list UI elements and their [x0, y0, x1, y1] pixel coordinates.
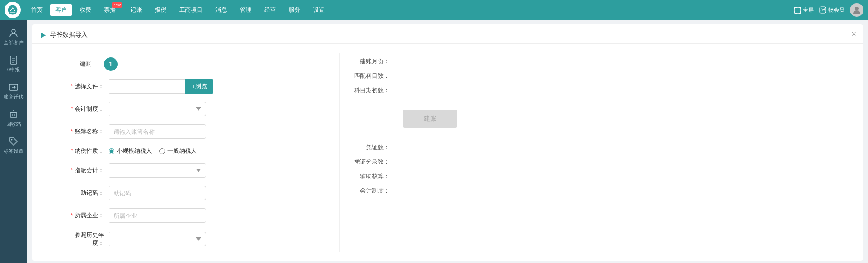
fullscreen-button[interactable]: 全屏: [794, 6, 814, 14]
nav-item-tax[interactable]: 报税: [149, 4, 172, 16]
close-button[interactable]: ×: [851, 30, 856, 38]
sidebar-label-transfer: 账套迁移: [4, 94, 24, 100]
tax-radio-small-label: 小规模纳税人: [117, 147, 152, 155]
nav-item-fees[interactable]: 收费: [74, 4, 97, 16]
assign-accountant-select[interactable]: [109, 163, 206, 178]
nav-item-settings[interactable]: 设置: [308, 4, 330, 16]
logo: [5, 2, 21, 18]
memo-code-row: 助记码：: [68, 186, 321, 200]
nav-item-operations[interactable]: 经营: [259, 4, 281, 16]
tax-radio-general[interactable]: 一般纳税人: [159, 147, 197, 155]
refer-year-select[interactable]: [109, 232, 206, 246]
nav-item-management[interactable]: 管理: [234, 4, 257, 16]
match-subject-row: 匹配科目数：: [349, 72, 511, 80]
info-accounting-system-label: 会计制度：: [349, 187, 389, 195]
dialog-header: ▶ 导爷数据导入 ×: [32, 24, 863, 44]
refer-year-label: 参照历史年度：: [68, 231, 104, 247]
dialog-card: ▶ 导爷数据导入 × 建账 1: [32, 24, 863, 261]
voucher-label: 凭证数：: [349, 143, 389, 151]
vip-button[interactable]: 畅会员: [819, 6, 844, 14]
trash-icon: [9, 109, 19, 119]
nav-item-invoices[interactable]: 票据 new: [99, 4, 123, 16]
select-file-label: * 选择文件：: [68, 82, 104, 90]
avatar[interactable]: [850, 3, 863, 17]
build-month-label: 建账月份：: [349, 57, 389, 66]
file-icon: [9, 55, 19, 65]
sidebar-item-zero-report[interactable]: 0申报: [1, 52, 26, 77]
subject-initial-label: 科目期初数：: [349, 86, 389, 94]
nav-item-service[interactable]: 服务: [283, 4, 306, 16]
svg-rect-6: [10, 56, 17, 64]
svg-point-0: [8, 5, 18, 15]
ledger-name-row: * 账簿名称：: [68, 124, 321, 139]
nav-item-messages[interactable]: 消息: [210, 4, 232, 16]
browse-button[interactable]: +浏览: [185, 79, 213, 94]
main-content: ▶ 导爷数据导入 × 建账 1: [27, 20, 868, 263]
sidebar-label-recycle: 回收站: [6, 121, 21, 127]
tax-type-label: * 纳税性质：: [68, 147, 104, 155]
sidebar-item-recycle[interactable]: 回收站: [1, 106, 26, 131]
aux-accounting-row: 辅助核算：: [349, 172, 511, 180]
dialog-body: 建账 1 * 选择文件： +浏览: [32, 44, 863, 261]
build-account-button[interactable]: 建账: [403, 110, 457, 128]
logo-icon: [8, 5, 18, 15]
nav-item-bookkeeping[interactable]: 记账: [125, 4, 147, 16]
file-text-input[interactable]: [109, 79, 185, 94]
svg-point-5: [12, 29, 15, 33]
select-file-row: * 选择文件： +浏览: [68, 79, 321, 94]
info-section: 建账月份： 匹配科目数： 科目期初数： 建: [349, 57, 511, 195]
tax-radio-group: 小规模纳税人 一般纳税人: [109, 147, 197, 155]
file-input-wrap: +浏览: [109, 79, 213, 94]
tag-icon: [9, 136, 19, 146]
step1-section-label: 建账: [80, 61, 91, 67]
ledger-name-label: * 账簿名称：: [68, 127, 104, 136]
users-icon: [9, 28, 19, 38]
accounting-system-label: * 会计制度：: [68, 105, 104, 113]
fullscreen-label: 全屏: [803, 6, 814, 14]
memo-code-input[interactable]: [109, 186, 206, 200]
nav-item-home[interactable]: 首页: [25, 4, 48, 16]
fullscreen-icon: [794, 7, 801, 14]
sidebar-item-tags[interactable]: 标签设置: [1, 133, 26, 158]
main-layout: 全部客户 0申报 账套迁移 回收站: [0, 20, 868, 263]
voucher-row: 凭证数：: [349, 143, 511, 151]
step1-badge: 1: [104, 57, 118, 71]
sidebar-item-all-clients[interactable]: 全部客户: [1, 24, 26, 50]
vip-icon: [819, 6, 826, 14]
tax-radio-small[interactable]: 小规模纳税人: [109, 147, 152, 155]
step1-row: 建账 1: [68, 57, 321, 71]
memo-code-label: 助记码：: [68, 189, 104, 197]
info-accounting-system-row: 会计制度：: [349, 187, 511, 195]
accounting-system-select[interactable]: [109, 102, 206, 116]
form-area: 建账 1 * 选择文件： +浏览: [32, 53, 339, 252]
sidebar-label-tags: 标签设置: [4, 148, 24, 155]
import-icon: ▶: [41, 31, 46, 39]
assign-accountant-label: * 指派会计：: [68, 166, 104, 174]
affiliated-company-row: * 所属企业：: [68, 208, 321, 223]
svg-rect-2: [820, 7, 826, 13]
refer-year-row: 参照历史年度：: [68, 231, 321, 247]
svg-point-4: [855, 7, 859, 10]
svg-rect-1: [795, 7, 801, 13]
tax-radio-small-input[interactable]: [109, 148, 114, 154]
match-subject-label: 匹配科目数：: [349, 72, 389, 80]
sidebar-item-transfer[interactable]: 账套迁移: [1, 79, 26, 104]
nav-item-clients[interactable]: 客户: [50, 4, 72, 16]
ledger-name-input[interactable]: [109, 124, 206, 139]
dialog-title: 导爷数据导入: [50, 31, 88, 39]
aux-accounting-label: 辅助核算：: [349, 172, 389, 180]
new-badge: new: [112, 2, 122, 8]
info-panel: 建账月份： 匹配科目数： 科目期初数： 建: [339, 53, 520, 252]
voucher-records-row: 凭证分录数：: [349, 158, 511, 166]
affiliated-company-input[interactable]: [109, 208, 206, 223]
sidebar-label-all-clients: 全部客户: [4, 39, 24, 46]
affiliated-company-label: * 所属企业：: [68, 211, 104, 220]
tax-radio-general-label: 一般纳税人: [167, 147, 197, 155]
top-navigation: 首页 客户 收费 票据 new 记账 报税 工商项目 消息 管理 经营 服务 设…: [0, 0, 868, 20]
svg-point-9: [11, 139, 13, 141]
accounting-system-row: * 会计制度：: [68, 102, 321, 116]
nav-item-business-projects[interactable]: 工商项目: [174, 4, 208, 16]
tax-radio-general-input[interactable]: [159, 148, 165, 154]
tax-type-row: * 纳税性质： 小规模纳税人 一般纳税人: [68, 147, 321, 155]
subject-initial-row: 科目期初数：: [349, 86, 511, 94]
